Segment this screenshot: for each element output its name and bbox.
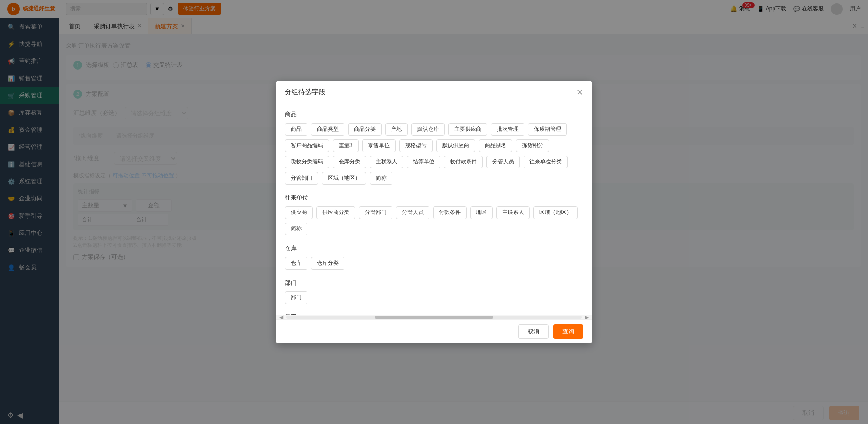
modal-confirm-button[interactable]: 查询 (553, 324, 583, 339)
modal-body: 商品 商品 商品类型 商品分类 产地 默认仓库 主要供应商 批次管理 保质期管理… (276, 103, 592, 315)
field-tag-partner-cat[interactable]: 往来单位分类 (524, 156, 568, 168)
group-title-warehouse: 仓库 (285, 244, 583, 252)
field-tag-alias[interactable]: 商品别名 (479, 139, 512, 152)
field-tag-customer-code[interactable]: 客户商品编码 (285, 139, 329, 152)
field-tag-product-type[interactable]: 商品类型 (311, 123, 344, 136)
field-tag-product-category[interactable]: 商品分类 (348, 123, 382, 136)
field-tag-manager[interactable]: 分管人员 (486, 156, 520, 168)
field-tag-region-partner[interactable]: 区域（地区） (533, 206, 578, 219)
field-tag-payment-terms[interactable]: 收付款条件 (444, 156, 483, 168)
field-tag-retail-unit[interactable]: 零售单位 (362, 139, 396, 152)
field-group-partner: 往来单位 供应商 供应商分类 分管部门 分管人员 付款条件 地区 主联系人 区域… (285, 194, 583, 235)
group-title-product: 商品 (285, 110, 583, 119)
field-tag-weight3[interactable]: 重量3 (333, 139, 359, 152)
field-tag-warehouse[interactable]: 仓库 (285, 257, 307, 270)
field-tag-pick-score[interactable]: 拣货积分 (516, 139, 549, 152)
modal-cancel-button[interactable]: 取消 (518, 324, 549, 339)
modal-horizontal-scrollbar[interactable]: ◀ ▶ (276, 315, 592, 319)
modal-footer: 取消 查询 (276, 319, 592, 343)
field-tag-default-warehouse[interactable]: 默认仓库 (411, 123, 445, 136)
field-tag-short-name-partner[interactable]: 简称 (285, 223, 307, 235)
field-group-dept: 部门 部门 (285, 279, 583, 304)
field-tag-area[interactable]: 地区 (470, 206, 493, 219)
dept-field-tags: 部门 (285, 291, 583, 304)
field-tag-supplier-cat[interactable]: 供应商分类 (316, 206, 355, 219)
modal-header: 分组待选字段 ✕ (276, 81, 592, 103)
product-field-tags: 商品 商品类型 商品分类 产地 默认仓库 主要供应商 批次管理 保质期管理 客户… (285, 123, 583, 185)
field-tag-short-name-product[interactable]: 简称 (370, 172, 392, 185)
scroll-thumb[interactable] (375, 316, 493, 319)
partner-field-tags: 供应商 供应商分类 分管部门 分管人员 付款条件 地区 主联系人 区域（地区） … (285, 206, 583, 235)
field-tag-dept[interactable]: 部门 (285, 291, 307, 304)
field-tag-main-contact-partner[interactable]: 主联系人 (496, 206, 530, 219)
field-tag-main-supplier[interactable]: 主要供应商 (448, 123, 487, 136)
field-tag-batch-mgmt[interactable]: 批次管理 (491, 123, 524, 136)
field-tag-product[interactable]: 商品 (285, 123, 307, 136)
group-title-dept: 部门 (285, 279, 583, 287)
field-tag-dept-manage[interactable]: 分管部门 (285, 172, 318, 185)
field-tag-warehouse-cat[interactable]: 仓库分类 (333, 156, 366, 168)
field-tag-dept-partner[interactable]: 分管部门 (359, 206, 392, 219)
field-tag-default-supplier[interactable]: 默认供应商 (436, 139, 475, 152)
field-tag-spec-model[interactable]: 规格型号 (399, 139, 433, 152)
field-tag-shelf-life[interactable]: 保质期管理 (528, 123, 567, 136)
modal-title: 分组待选字段 (285, 88, 326, 96)
field-tag-region-product[interactable]: 区域（地区） (322, 172, 366, 185)
field-tag-payment-condition[interactable]: 付款条件 (433, 206, 467, 219)
modal-overlay: 分组待选字段 ✕ 商品 商品 商品类型 商品分类 产地 默认仓库 主要供应商 批… (0, 0, 868, 424)
scroll-track[interactable] (286, 316, 582, 319)
field-tag-origin[interactable]: 产地 (385, 123, 408, 136)
modal-dialog: 分组待选字段 ✕ 商品 商品 商品类型 商品分类 产地 默认仓库 主要供应商 批… (276, 81, 592, 343)
field-tag-main-contact[interactable]: 主联系人 (370, 156, 403, 168)
field-tag-person-partner[interactable]: 分管人员 (396, 206, 429, 219)
group-title-partner: 往来单位 (285, 194, 583, 202)
modal-close-icon[interactable]: ✕ (576, 87, 583, 97)
field-tag-warehouse-category[interactable]: 仓库分类 (311, 257, 344, 270)
field-tag-supplier[interactable]: 供应商 (285, 206, 313, 219)
field-tag-settlement-unit[interactable]: 结算单位 (407, 156, 440, 168)
field-group-product: 商品 商品 商品类型 商品分类 产地 默认仓库 主要供应商 批次管理 保质期管理… (285, 110, 583, 185)
field-tag-tax-code[interactable]: 税收分类编码 (285, 156, 329, 168)
warehouse-field-tags: 仓库 仓库分类 (285, 257, 583, 270)
field-group-warehouse: 仓库 仓库 仓库分类 (285, 244, 583, 270)
